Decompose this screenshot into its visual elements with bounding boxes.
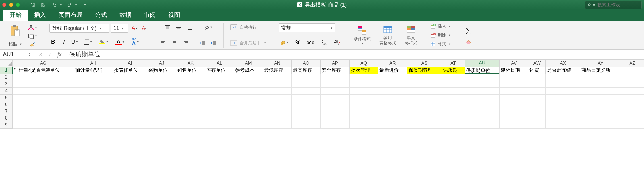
search-input[interactable] <box>597 2 639 7</box>
cell-AP8[interactable] <box>321 115 350 122</box>
cell-AH9[interactable] <box>74 122 113 128</box>
cell-AU4[interactable] <box>465 87 499 94</box>
cell-AR1[interactable]: 最新进价 <box>378 67 407 74</box>
cell-AI7[interactable] <box>113 108 147 115</box>
cell-AY8[interactable] <box>580 115 621 122</box>
cell-AN4[interactable] <box>263 87 292 94</box>
cell-AS9[interactable] <box>407 122 442 128</box>
cell-AL1[interactable]: 库存单位 <box>205 67 234 74</box>
column-header-AH[interactable]: AH <box>74 60 113 67</box>
cell-AM9[interactable] <box>234 122 263 128</box>
align-middle-button[interactable] <box>174 23 183 31</box>
phonetic-button[interactable]: abcA▼ <box>130 37 141 47</box>
column-header-AP[interactable]: AP <box>321 60 350 67</box>
cell-AZ5[interactable] <box>621 94 644 101</box>
cell-AQ3[interactable] <box>349 81 378 87</box>
tab-data[interactable]: 数据 <box>113 9 138 21</box>
cell-AJ9[interactable] <box>147 122 176 128</box>
cell-AY1[interactable]: 商品自定义项 <box>580 67 621 74</box>
tab-insert[interactable]: 插入 <box>28 9 52 21</box>
maximize-window-button[interactable] <box>16 3 20 7</box>
format-painter-button[interactable] <box>28 40 37 49</box>
orientation-button[interactable]: ab▼ <box>202 23 214 31</box>
cell-AG8[interactable] <box>13 115 74 122</box>
cell-AZ4[interactable] <box>621 87 644 94</box>
column-header-AW[interactable]: AW <box>528 60 546 67</box>
increase-font-button[interactable]: A▴ <box>130 23 139 33</box>
cell-AK4[interactable] <box>176 87 205 94</box>
cell-AO4[interactable] <box>292 87 321 94</box>
insert-cells-button[interactable]: 插入▼ <box>429 22 453 30</box>
font-name-combo[interactable]: 等线 Regular (正文)▼ <box>49 24 109 33</box>
increase-indent-button[interactable] <box>209 39 218 47</box>
cell-AT5[interactable] <box>442 94 465 101</box>
column-header-AM[interactable]: AM <box>234 60 263 67</box>
cell-AR5[interactable] <box>378 94 407 101</box>
cell-AH6[interactable] <box>74 101 113 108</box>
column-header-AX[interactable]: AX <box>546 60 580 67</box>
cell-AO1[interactable]: 最高库存 <box>292 67 321 74</box>
column-header-AV[interactable]: AV <box>499 60 528 67</box>
cell-AV4[interactable] <box>499 87 528 94</box>
cell-AM8[interactable] <box>234 115 263 122</box>
cell-AT3[interactable] <box>442 81 465 87</box>
cell-AP5[interactable] <box>321 94 350 101</box>
cell-AX6[interactable] <box>546 101 580 108</box>
cell-AW4[interactable] <box>528 87 546 94</box>
cell-AP9[interactable] <box>321 122 350 128</box>
cell-AK7[interactable] <box>176 108 205 115</box>
cell-AK3[interactable] <box>176 81 205 87</box>
cell-styles-button[interactable]: 单元 格样式 <box>403 23 419 48</box>
column-header-AN[interactable]: AN <box>263 60 292 67</box>
cell-AW9[interactable] <box>528 122 546 128</box>
cell-AX1[interactable]: 是否走冻链 <box>546 67 580 74</box>
cell-AM7[interactable] <box>234 108 263 115</box>
column-header-AZ[interactable]: AZ <box>621 60 644 67</box>
font-color-button[interactable]: A▼ <box>114 38 126 46</box>
cell-AT2[interactable] <box>442 74 465 81</box>
cell-AO7[interactable] <box>292 108 321 115</box>
cell-AH7[interactable] <box>74 108 113 115</box>
cell-AL7[interactable] <box>205 108 234 115</box>
cell-AL3[interactable] <box>205 81 234 87</box>
cell-AX7[interactable] <box>546 108 580 115</box>
cell-AX9[interactable] <box>546 122 580 128</box>
search-sheet-box[interactable]: ▾ <box>585 1 642 9</box>
align-left-button[interactable] <box>159 39 168 47</box>
cell-AO2[interactable] <box>292 74 321 81</box>
align-top-button[interactable] <box>163 23 172 31</box>
cell-AT6[interactable] <box>442 101 465 108</box>
fill-color-button[interactable]: ▼ <box>97 38 110 46</box>
tab-view[interactable]: 视图 <box>162 9 186 21</box>
cell-AK2[interactable] <box>176 74 205 81</box>
cell-AV3[interactable] <box>499 81 528 87</box>
cell-AY7[interactable] <box>580 108 621 115</box>
cell-AQ2[interactable] <box>349 74 378 81</box>
border-button[interactable]: ▼ <box>82 38 94 46</box>
cell-AV6[interactable] <box>499 101 528 108</box>
cell-AN1[interactable]: 最低库存 <box>263 67 292 74</box>
cell-AU3[interactable] <box>465 81 499 87</box>
format-cells-button[interactable]: 格式▼ <box>429 40 453 48</box>
cell-AQ4[interactable] <box>349 87 378 94</box>
cell-AZ3[interactable] <box>621 81 644 87</box>
cell-AP4[interactable] <box>321 87 350 94</box>
cell-AJ2[interactable] <box>147 74 176 81</box>
cell-AN2[interactable] <box>263 74 292 81</box>
cell-AS4[interactable] <box>407 87 442 94</box>
cell-AQ7[interactable] <box>349 108 378 115</box>
cell-AU9[interactable] <box>465 122 499 128</box>
cell-AQ9[interactable] <box>349 122 378 128</box>
decrease-decimal-button[interactable]: .00.0 <box>332 39 342 47</box>
underline-button[interactable]: U▼ <box>71 38 78 46</box>
cell-AR6[interactable] <box>378 101 407 108</box>
cell-AX3[interactable] <box>546 81 580 87</box>
cell-AS3[interactable] <box>407 81 442 87</box>
column-header-AT[interactable]: AT <box>442 60 465 67</box>
cell-AW3[interactable] <box>528 81 546 87</box>
cell-AJ3[interactable] <box>147 81 176 87</box>
cell-AU5[interactable] <box>465 94 499 101</box>
clear-button[interactable] <box>463 38 473 46</box>
row-header-1[interactable]: 1 <box>0 67 13 74</box>
cell-AX8[interactable] <box>546 115 580 122</box>
